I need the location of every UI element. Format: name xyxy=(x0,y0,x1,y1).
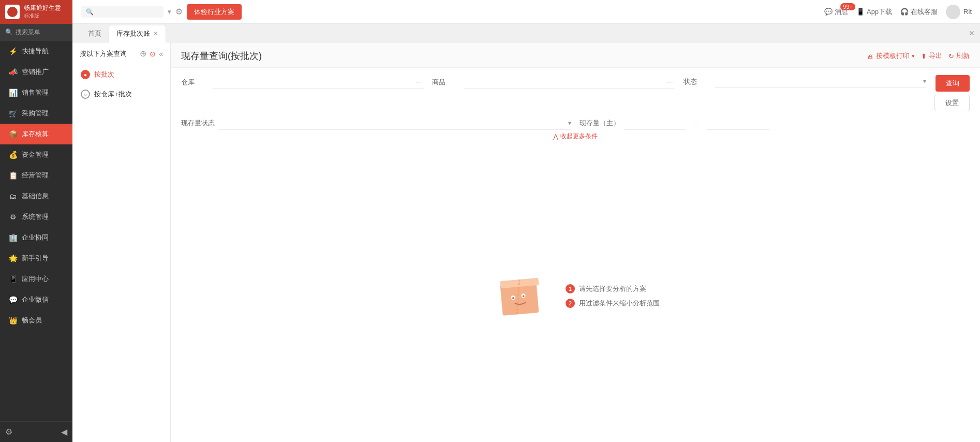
status-chevron-icon[interactable]: ▾ xyxy=(923,78,926,85)
refresh-label: 刷新 xyxy=(956,51,970,61)
sidebar-item-quicknav[interactable]: ⚡ 快捷导航 xyxy=(0,41,72,62)
export-button[interactable]: ⬆ 导出 xyxy=(921,51,942,61)
settings-icon[interactable]: ⚙ xyxy=(5,427,12,437)
sidebar-item-sales[interactable]: 📊 销售管理 xyxy=(0,82,72,103)
inventory-qty-to[interactable] xyxy=(707,116,769,130)
panel-header-actions: ⊕ ⊙ « xyxy=(140,49,163,58)
page-header: 现存量查询(按批次) 🖨 按模板打印 ▾ ⬆ 导出 ↻ 刷新 xyxy=(171,42,980,68)
sidebar-item-label: 新手引导 xyxy=(22,254,49,263)
sales-icon: 📊 xyxy=(8,88,18,97)
empty-hint-1: 1 请先选择要分析的方案 xyxy=(566,284,660,293)
settings-plan-button[interactable]: ⊙ xyxy=(150,50,156,58)
sidebar-search[interactable]: 🔍 搜索菜单 xyxy=(0,24,72,41)
app-download-button[interactable]: 📱 App下载 xyxy=(856,7,892,17)
sidebar-item-label: 基础信息 xyxy=(22,191,49,201)
collapse-panel-button[interactable]: « xyxy=(159,50,163,58)
user-profile[interactable]: Rit xyxy=(946,5,972,19)
topbar-search-box[interactable]: 🔍 xyxy=(81,6,164,18)
sidebar-item-appcenter[interactable]: 📱 应用中心 xyxy=(0,269,72,289)
filter-row-top: 仓库 ··· 商品 ··· xyxy=(181,75,970,111)
chevron-up-icon: ⋀ xyxy=(553,133,558,140)
product-input-box[interactable]: ··· xyxy=(464,75,675,89)
app-version: 标准版 xyxy=(24,12,61,20)
tab-close-button[interactable]: ✕ xyxy=(153,30,158,37)
right-content: 现存量查询(按批次) 🖨 按模板打印 ▾ ⬆ 导出 ↻ 刷新 xyxy=(171,42,980,442)
hint-text-2: 用过滤条件来缩小分析范围 xyxy=(579,299,660,308)
inventory-qty-from-input[interactable] xyxy=(624,119,686,127)
page-header-actions: 🖨 按模板打印 ▾ ⬆ 导出 ↻ 刷新 xyxy=(867,51,970,61)
left-panel: 按以下方案查询 ⊕ ⊙ « ● 按批次 ○ 按仓库+批次 xyxy=(72,42,171,442)
sidebar-item-basics[interactable]: 🗂 基础信息 xyxy=(0,186,72,207)
sidebar-item-inventory[interactable]: 📦 库存核算 xyxy=(0,124,72,144)
collapse-sidebar-button[interactable]: ◀ xyxy=(61,427,67,437)
sidebar-item-system[interactable]: ⚙ 系统管理 xyxy=(0,207,72,227)
filter-inventory-status: 现存量状态 ▾ xyxy=(181,117,571,130)
sidebar-item-marketing[interactable]: 📣 营销推广 xyxy=(0,62,72,82)
filter-actions: 查询 设置 xyxy=(934,75,970,111)
sidebar-item-label: 企业协同 xyxy=(22,233,49,242)
print-template-button[interactable]: 🖨 按模板打印 ▾ xyxy=(867,51,915,61)
message-icon: 💬 xyxy=(824,8,833,16)
sidebar-item-operations[interactable]: 📋 经营管理 xyxy=(0,165,72,186)
add-plan-button[interactable]: ⊕ xyxy=(140,49,146,58)
product-dots[interactable]: ··· xyxy=(665,78,675,86)
inventory-status-select-box[interactable]: ▾ xyxy=(218,117,571,130)
inventory-status-label: 现存量状态 xyxy=(181,119,215,128)
sidebar-item-label: 采购管理 xyxy=(22,109,49,118)
sidebar-item-member[interactable]: 👑 畅会员 xyxy=(0,310,72,331)
plan-item-by-warehouse-batch[interactable]: ○ 按仓库+批次 xyxy=(72,84,170,104)
empty-hint-2: 2 用过滤条件来缩小分析范围 xyxy=(566,299,660,308)
qty-dash: — xyxy=(689,120,704,127)
panel-title: 按以下方案查询 xyxy=(80,49,127,58)
filter-product: 商品 ··· xyxy=(432,75,675,89)
topbar-settings-icon[interactable]: ⚙ xyxy=(175,7,183,17)
tabbar: 首页 库存批次账 ✕ ✕ xyxy=(72,24,980,42)
search-icon: 🔍 xyxy=(5,28,13,36)
sidebar-item-label: 库存核算 xyxy=(22,129,49,139)
quicknav-icon: ⚡ xyxy=(8,47,18,56)
topbar-dropdown-icon[interactable]: ▾ xyxy=(168,8,171,16)
warehouse-dots[interactable]: ··· xyxy=(414,78,424,86)
sidebar-item-label: 营销推广 xyxy=(22,67,49,77)
warehouse-input-box[interactable]: ··· xyxy=(213,75,424,89)
logo-icon xyxy=(7,7,18,17)
plan-inactive-icon: ○ xyxy=(81,90,90,99)
product-input[interactable] xyxy=(464,78,665,86)
online-service-button[interactable]: 🎧 在线客服 xyxy=(900,7,938,17)
sidebar-item-purchase[interactable]: 🛒 采购管理 xyxy=(0,103,72,124)
refresh-button[interactable]: ↻ 刷新 xyxy=(948,51,970,61)
hint-num-2: 2 xyxy=(566,299,575,308)
close-all-tabs-button[interactable]: ✕ xyxy=(969,29,975,37)
operations-icon: 📋 xyxy=(8,171,18,180)
member-icon: 👑 xyxy=(8,316,18,325)
query-button[interactable]: 查询 xyxy=(936,75,970,92)
hint-text-1: 请先选择要分析的方案 xyxy=(579,284,646,293)
app-name: 畅康通好生意 xyxy=(24,4,61,12)
appcenter-icon: 📱 xyxy=(8,274,18,284)
sidebar-item-wechat[interactable]: 💬 企业微信 xyxy=(0,289,72,310)
avatar xyxy=(946,5,960,19)
collapse-row[interactable]: ⋀ 收起更多条件 xyxy=(181,130,970,143)
export-label: 导出 xyxy=(929,51,942,61)
filter-area: 仓库 ··· 商品 ··· xyxy=(171,68,980,150)
tab-inventory-batch[interactable]: 库存批次账 ✕ xyxy=(109,25,166,42)
inventory-qty-to-input[interactable] xyxy=(707,119,769,127)
plan-active-icon: ● xyxy=(81,70,90,79)
print-dropdown-icon[interactable]: ▾ xyxy=(912,53,915,60)
tab-home[interactable]: 首页 xyxy=(81,25,109,42)
messages-button[interactable]: 💬 消息 99+ xyxy=(824,7,848,17)
inventory-qty-from[interactable] xyxy=(624,116,686,130)
empty-svg-icon xyxy=(491,265,553,327)
basics-icon: 🗂 xyxy=(8,191,18,201)
inventory-status-chevron-icon[interactable]: ▾ xyxy=(568,120,571,127)
sidebar-item-newguide[interactable]: 🌟 新手引导 xyxy=(0,248,72,269)
settings-button[interactable]: 设置 xyxy=(934,95,970,111)
warehouse-input[interactable] xyxy=(213,78,414,86)
empty-hints: 1 请先选择要分析的方案 2 用过滤条件来缩小分析范围 xyxy=(566,284,660,308)
plan-item-by-batch[interactable]: ● 按批次 xyxy=(72,65,170,84)
trial-button[interactable]: 体验行业方案 xyxy=(187,4,242,20)
sidebar-item-finance[interactable]: 💰 资金管理 xyxy=(0,144,72,165)
sidebar-item-enterprise[interactable]: 🏢 企业协同 xyxy=(0,227,72,248)
status-select-box[interactable]: ▾ xyxy=(715,75,926,88)
print-label: 按模板打印 xyxy=(876,51,910,61)
